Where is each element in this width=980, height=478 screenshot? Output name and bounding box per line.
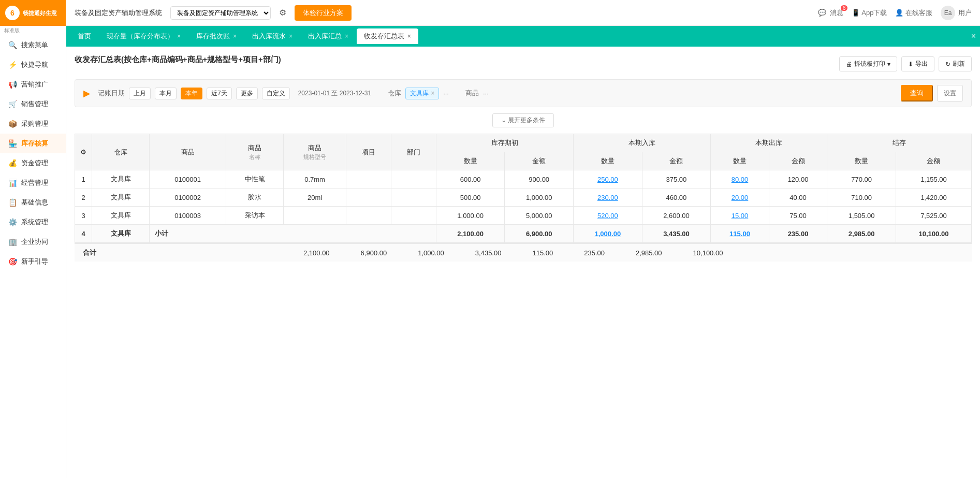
col-out-qty: 数量 bbox=[711, 152, 769, 170]
col-in-qty: 数量 bbox=[574, 152, 642, 170]
col-in-amt: 金额 bbox=[642, 152, 711, 170]
sidebar-item-quick[interactable]: ⚡ 快捷导航 bbox=[0, 55, 66, 75]
settings-button[interactable]: 设置 bbox=[937, 85, 963, 102]
date-btn-this-month[interactable]: 本月 bbox=[155, 88, 177, 99]
tab-close-icon[interactable]: × bbox=[233, 33, 237, 40]
row3-close-amt: 7,525.00 bbox=[896, 207, 971, 225]
col-opening-qty: 数量 bbox=[436, 152, 505, 170]
row1-name: 中性笔 bbox=[226, 170, 284, 189]
subtotal-label: 小计 bbox=[150, 225, 436, 243]
expand-btn[interactable]: ⌄ 展开更多条件 bbox=[492, 113, 554, 127]
date-btn-last-month[interactable]: 上月 bbox=[129, 88, 151, 99]
sidebar-item-label: 搜索菜单 bbox=[21, 40, 48, 50]
tab-collect-summary-label: 收发存汇总表 bbox=[364, 32, 404, 41]
user-area[interactable]: Ea 用户 bbox=[941, 6, 972, 20]
sidebar-item-label: 系统管理 bbox=[21, 218, 48, 227]
row3-name: 采访本 bbox=[226, 207, 284, 225]
basic-icon: 📋 bbox=[8, 198, 17, 207]
row2-out-qty[interactable]: 20.00 bbox=[711, 189, 769, 207]
row1-in-qty[interactable]: 250.00 bbox=[574, 170, 642, 189]
tab-close-icon[interactable]: × bbox=[289, 33, 292, 40]
row3-close-qty: 1,505.00 bbox=[827, 207, 896, 225]
row3-spec bbox=[284, 207, 346, 225]
sidebar-item-sales[interactable]: 🛒 销售管理 bbox=[0, 94, 66, 114]
row3-warehouse: 文具库 bbox=[92, 207, 150, 225]
sidebar-item-label: 快捷导航 bbox=[21, 60, 48, 69]
row2-in-qty[interactable]: 230.00 bbox=[574, 189, 642, 207]
refresh-icon: ↻ bbox=[945, 61, 950, 68]
marketing-icon: 📢 bbox=[8, 80, 17, 89]
sidebar-logo: 6 畅捷通好生意 bbox=[0, 0, 66, 26]
warehouse-tag-close[interactable]: × bbox=[431, 90, 434, 97]
tab-inventory-dist[interactable]: 现存量（库存分布表） × bbox=[99, 28, 188, 44]
row1-close-amt: 1,155.00 bbox=[896, 170, 971, 189]
sidebar-item-search[interactable]: 🔍 搜索菜单 bbox=[0, 35, 66, 55]
message-icon-area[interactable]: 💬 6 消息 bbox=[818, 8, 844, 18]
sidebar-item-newbie[interactable]: 🎯 新手引导 bbox=[0, 252, 66, 271]
online-service[interactable]: 👤 在线客服 bbox=[895, 8, 932, 18]
print-button[interactable]: 🖨 拆镜板打印 ▾ bbox=[839, 56, 897, 71]
tab-close-icon[interactable]: × bbox=[407, 33, 411, 40]
sidebar-item-finance[interactable]: 💰 资金管理 bbox=[0, 153, 66, 173]
total-close-amt: 10,100.00 bbox=[693, 249, 723, 257]
row1-warehouse: 文具库 bbox=[92, 170, 150, 189]
col-warehouse: 仓库 bbox=[92, 134, 150, 170]
row3-project bbox=[346, 207, 391, 225]
sidebar-item-system[interactable]: ⚙️ 系统管理 bbox=[0, 212, 66, 232]
tab-bar-close-icon[interactable]: × bbox=[971, 32, 976, 41]
tab-close-icon[interactable]: × bbox=[177, 33, 181, 40]
subtotal-in-qty[interactable]: 1,000.00 bbox=[574, 225, 642, 243]
tab-batch[interactable]: 库存批次账 × bbox=[189, 28, 244, 44]
sidebar-item-basic[interactable]: 📋 基础信息 bbox=[0, 193, 66, 212]
row1-in-amt: 375.00 bbox=[642, 170, 711, 189]
date-btn-7days[interactable]: 近7天 bbox=[207, 88, 232, 99]
date-filter-section: 记账日期 上月 本月 本年 近7天 更多 自定义 bbox=[98, 88, 290, 99]
date-btn-this-year[interactable]: 本年 bbox=[181, 88, 202, 99]
sidebar-item-purchase[interactable]: 📦 采购管理 bbox=[0, 114, 66, 134]
row3-out-qty[interactable]: 15.00 bbox=[711, 207, 769, 225]
tab-inventory-dist-label: 现存量（库存分布表） bbox=[107, 32, 174, 41]
tab-home[interactable]: 首页 bbox=[70, 28, 98, 44]
system-select[interactable]: 装备及固定资产辅助管理系统 bbox=[170, 6, 271, 20]
tab-inout-summary[interactable]: 出入库汇总 × bbox=[301, 28, 356, 44]
sidebar-item-inventory[interactable]: 🏪 库存核算 bbox=[0, 134, 66, 153]
refresh-button[interactable]: ↻ 刷新 bbox=[939, 56, 972, 71]
warehouse-tag-text: 文具库 bbox=[410, 89, 429, 98]
tab-close-icon[interactable]: × bbox=[345, 33, 348, 40]
export-button[interactable]: ⬇ 导出 bbox=[901, 56, 934, 71]
col-settings[interactable]: ⚙ bbox=[75, 134, 92, 170]
sidebar-item-enterprise[interactable]: 🏢 企业协同 bbox=[0, 232, 66, 252]
total-bar: 合计 2,100.00 6,900.00 1,000.00 3,435.00 1… bbox=[75, 243, 972, 262]
chevron-down-icon: ▾ bbox=[887, 61, 890, 68]
filter-toggle-icon[interactable]: ▶ bbox=[83, 89, 90, 98]
tab-inout-flow[interactable]: 出入库流水 × bbox=[245, 28, 300, 44]
data-table: ⚙ 仓库 商品 商品名称 商品规格型号 项目 部门 库存期初 本期入库 本期出库… bbox=[75, 134, 972, 243]
query-button[interactable]: 查询 bbox=[901, 85, 933, 102]
goods-label: 商品 bbox=[465, 89, 479, 98]
sidebar-item-label: 采购管理 bbox=[21, 119, 48, 128]
print-icon: 🖨 bbox=[846, 61, 852, 68]
app-download[interactable]: 📱 App下载 bbox=[852, 8, 887, 18]
date-btn-custom[interactable]: 自定义 bbox=[262, 88, 290, 99]
sidebar-item-marketing[interactable]: 📢 营销推广 bbox=[0, 75, 66, 94]
settings-icon[interactable]: ⚙ bbox=[279, 8, 286, 18]
row1-out-qty[interactable]: 80.00 bbox=[711, 170, 769, 189]
warehouse-more-icon[interactable]: ··· bbox=[443, 90, 449, 97]
row1-open-amt: 900.00 bbox=[505, 170, 574, 189]
try-button[interactable]: 体验行业方案 bbox=[295, 5, 352, 21]
warehouse-tag[interactable]: 文具库 × bbox=[405, 88, 439, 99]
subtotal-out-qty[interactable]: 115.00 bbox=[711, 225, 769, 243]
subtotal-open-qty: 2,100.00 bbox=[436, 225, 505, 243]
sidebar-item-operation[interactable]: 📊 经营管理 bbox=[0, 173, 66, 193]
row3-in-qty[interactable]: 520.00 bbox=[574, 207, 642, 225]
sidebar-item-label: 销售管理 bbox=[21, 99, 48, 109]
logo-text: 畅捷通好生意 bbox=[23, 9, 57, 17]
tab-collect-summary[interactable]: 收发存汇总表 × bbox=[357, 28, 418, 44]
row2-project bbox=[346, 189, 391, 207]
date-btn-more[interactable]: 更多 bbox=[236, 88, 258, 99]
col-closing-group: 结存 bbox=[827, 134, 972, 152]
date-label: 记账日期 bbox=[98, 89, 125, 98]
goods-more-icon[interactable]: ··· bbox=[483, 90, 489, 97]
warehouse-label: 仓库 bbox=[388, 89, 401, 98]
goods-filter-section: 商品 ··· bbox=[465, 89, 489, 98]
